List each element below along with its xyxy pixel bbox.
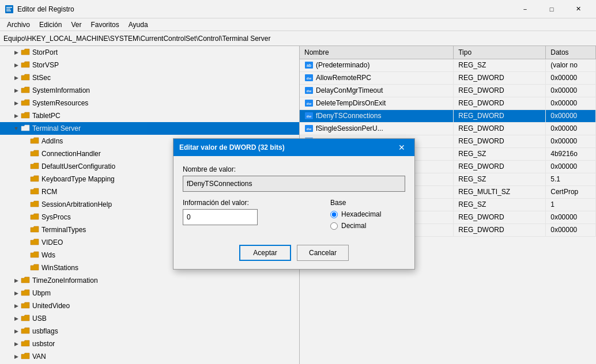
dec-radio[interactable]: [330, 222, 338, 230]
hex-radio[interactable]: [330, 211, 338, 218]
dialog-body: Nombre de valor: Información del valor: …: [173, 156, 414, 240]
edit-dword-dialog: Editar valor de DWORD (32 bits) ✕ Nombre…: [173, 138, 415, 270]
value-data-input[interactable]: [183, 209, 258, 225]
base-section: Base Hexadecimal Decimal: [330, 199, 405, 233]
value-data-field: Información del valor:: [183, 199, 321, 233]
value-name-input[interactable]: [183, 176, 405, 192]
radio-decimal[interactable]: Decimal: [330, 222, 405, 230]
hex-radio-label[interactable]: Hexadecimal: [341, 210, 381, 218]
base-label: Base: [330, 199, 405, 207]
dialog-close-button[interactable]: ✕: [395, 141, 409, 154]
value-name-label: Nombre de valor:: [183, 165, 405, 173]
dialog-titlebar: Editar valor de DWORD (32 bits) ✕: [173, 139, 414, 156]
dialog-footer: Aceptar Cancelar: [173, 240, 414, 269]
accept-button[interactable]: Aceptar: [239, 245, 291, 261]
dec-radio-label[interactable]: Decimal: [341, 222, 366, 230]
dialog-overlay: Editar valor de DWORD (32 bits) ✕ Nombre…: [0, 0, 596, 364]
cancel-button[interactable]: Cancelar: [297, 245, 349, 261]
dialog-row: Información del valor: Base Hexadecimal …: [183, 199, 405, 233]
value-data-label: Información del valor:: [183, 199, 321, 207]
dialog-title: Editar valor de DWORD (32 bits): [179, 143, 285, 151]
radio-hexadecimal[interactable]: Hexadecimal: [330, 210, 405, 218]
